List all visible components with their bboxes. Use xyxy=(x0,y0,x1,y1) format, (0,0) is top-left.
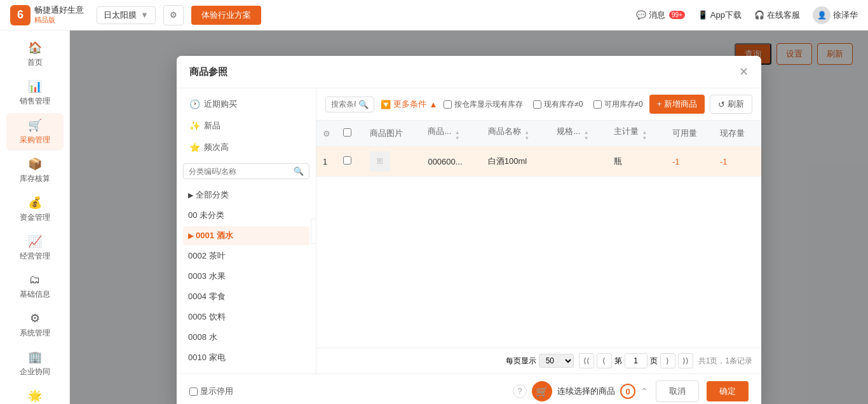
checkbox-by-warehouse[interactable]: 按仓库显示现有库存 xyxy=(444,99,523,110)
sidebar-item-enterprise[interactable]: 🏢 企业协同 xyxy=(6,345,64,382)
frequent-icon: ⭐ xyxy=(189,142,200,152)
category-search-input[interactable] xyxy=(189,167,291,176)
cat-item-0010[interactable]: 0010 家电 xyxy=(183,348,309,367)
sidebar-item-label: 销售管理 xyxy=(20,96,50,107)
online-service-item[interactable]: 🎧 在线客服 xyxy=(754,10,800,21)
tab-recent[interactable]: 🕐 近期购买 xyxy=(183,95,309,114)
product-search-box: 🔍 xyxy=(325,97,374,112)
app-download-item[interactable]: 📱 App下载 xyxy=(698,10,742,21)
sidebar-item-label: 库存核算 xyxy=(20,173,50,184)
sidebar-item-operations[interactable]: 📈 经营管理 xyxy=(6,229,64,267)
phone-icon: 📱 xyxy=(698,10,708,20)
cat-item-0005[interactable]: 0005 饮料 xyxy=(183,307,309,327)
cat-item-00[interactable]: 00 未分类 xyxy=(183,206,309,225)
row-stock: -1 xyxy=(714,147,761,177)
product-search-input[interactable] xyxy=(331,100,356,109)
prev-page-button[interactable]: ⟨ xyxy=(597,353,612,368)
first-page-button[interactable]: ⟨⟨ xyxy=(579,353,594,368)
col-spec[interactable]: 规格... ▲▼ xyxy=(550,121,607,147)
new-icon: ✨ xyxy=(189,121,200,131)
product-table: ⚙ 商品图片 商品... ▲▼ 商品名称 ▲▼ xyxy=(316,121,761,177)
enterprise-icon: 🏢 xyxy=(28,350,42,364)
category-list: ▶ 全部分类 00 未分类 ▶ 0001 酒水 0002 茶叶 xyxy=(183,185,309,367)
sidebar-item-basic[interactable]: 🗂 基础信息 xyxy=(6,268,64,305)
col-image: 商品图片 xyxy=(363,121,421,147)
col-name[interactable]: 商品名称 ▲▼ xyxy=(482,121,551,147)
table-row[interactable]: 1 图 000600... 白酒100ml 瓶 -1 xyxy=(316,147,761,177)
tab-new[interactable]: ✨ 新品 xyxy=(183,116,309,135)
cart-label: 连续选择的商品 xyxy=(557,386,615,397)
collapse-left-button[interactable]: 《 xyxy=(311,219,316,244)
col-unit[interactable]: 主计量 ▲▼ xyxy=(607,121,666,147)
left-tabs: 🕐 近期购买 ✨ 新品 ⭐ 频次高 xyxy=(183,95,309,157)
sidebar-item-purchase[interactable]: 🛒 采购管理 xyxy=(6,113,64,151)
next-page-button[interactable]: ⟩ xyxy=(660,353,675,368)
modal-close-button[interactable]: ✕ xyxy=(739,65,749,79)
cat-item-0001[interactable]: ▶ 0001 酒水 xyxy=(183,226,309,245)
help-icon[interactable]: ? xyxy=(513,384,527,398)
cat-item-0003[interactable]: 0003 水果 xyxy=(183,267,309,286)
headset-icon: 🎧 xyxy=(754,10,764,20)
messages-badge: 99+ xyxy=(669,11,685,19)
tab-frequent[interactable]: ⭐ 频次高 xyxy=(183,138,309,157)
sidebar-item-label: 采购管理 xyxy=(20,135,50,145)
modal-footer: 显示停用 ? 🛒 连续选择的商品 0 ⌃ 取消 确定 xyxy=(177,374,761,404)
modal-body: 🕐 近期购买 ✨ 新品 ⭐ 频次高 《 xyxy=(177,88,761,374)
more-filter-button[interactable]: 🔽 更多条件 ▲ xyxy=(381,98,437,110)
company-dropdown[interactable]: 日太阳膜 ▼ xyxy=(97,6,156,24)
search-icon: 🔍 xyxy=(358,100,369,109)
row-name: 白酒100ml xyxy=(482,147,551,177)
pagination: 每页显示 10 20 50 100 ⟨⟨ ⟨ 第 xyxy=(316,347,761,374)
sidebar-item-label: 系统管理 xyxy=(20,328,50,339)
logo: 6 畅捷通好生意 精品版 xyxy=(10,5,84,25)
cart-count: 0 xyxy=(620,384,635,399)
user-item[interactable]: 👤 徐泽华 xyxy=(813,6,858,24)
messages-item[interactable]: 💬 消息 99+ xyxy=(636,10,685,21)
col-check xyxy=(337,121,363,147)
sidebar-item-label: 首页 xyxy=(27,57,43,68)
sidebar: 🏠 首页 📊 销售管理 🛒 采购管理 📦 库存核算 💰 资金管理 📈 经营管理 … xyxy=(0,30,70,404)
collapse-cart-button[interactable]: ⌃ xyxy=(641,386,648,396)
row-code: 000600... xyxy=(421,147,481,177)
cart-area: ? 🛒 连续选择的商品 0 ⌃ xyxy=(513,381,648,401)
col-gear[interactable]: ⚙ xyxy=(316,121,337,147)
per-page-select[interactable]: 10 20 50 100 xyxy=(539,354,574,368)
row-check[interactable] xyxy=(337,147,363,177)
checkbox-stock-ne0[interactable]: 现有库存≠0 xyxy=(533,99,583,110)
per-page-selector: 每页显示 10 20 50 100 xyxy=(506,354,574,368)
add-product-button[interactable]: + 新增商品 xyxy=(649,95,705,114)
sidebar-item-home[interactable]: 🏠 首页 xyxy=(6,36,64,73)
settings-icon[interactable]: ⚙ xyxy=(163,5,184,25)
modal-right-panel: 🔍 🔽 更多条件 ▲ 按仓库显示现有库存 xyxy=(316,88,761,374)
refresh-table-button[interactable]: ↺ 刷新 xyxy=(710,95,752,114)
show-disabled-checkbox[interactable]: 显示停用 xyxy=(189,386,233,397)
page-number-input[interactable] xyxy=(625,353,648,368)
col-available[interactable]: 可用量 xyxy=(666,121,714,147)
home-icon: 🏠 xyxy=(28,41,42,55)
cat-item-all[interactable]: ▶ 全部分类 xyxy=(183,185,309,205)
cart-icon[interactable]: 🛒 xyxy=(532,381,552,401)
col-stock[interactable]: 现存量 xyxy=(714,121,761,147)
topbar-right: 💬 消息 99+ 📱 App下载 🎧 在线客服 👤 徐泽华 xyxy=(636,6,858,24)
cancel-button[interactable]: 取消 xyxy=(656,380,699,402)
cat-item-0008[interactable]: 0008 水 xyxy=(183,328,309,347)
col-code[interactable]: 商品... ▲▼ xyxy=(421,121,481,147)
product-reference-modal: 商品参照 ✕ 🕐 近期购买 ✨ 新品 xyxy=(177,56,761,404)
cat-item-0004[interactable]: 0004 零食 xyxy=(183,287,309,306)
sidebar-item-guide[interactable]: 🌟 新手引导 xyxy=(6,384,64,404)
trial-button[interactable]: 体验行业方案 xyxy=(191,6,261,25)
avatar: 👤 xyxy=(813,6,831,24)
expand-icon: ▶ xyxy=(188,191,193,199)
main-layout: 🏠 首页 📊 销售管理 🛒 采购管理 📦 库存核算 💰 资金管理 📈 经营管理 … xyxy=(0,30,868,404)
sidebar-item-system[interactable]: ⚙ 系统管理 xyxy=(6,306,64,344)
recent-icon: 🕐 xyxy=(189,99,200,109)
sidebar-item-assets[interactable]: 💰 资金管理 xyxy=(6,191,64,228)
row-image: 图 xyxy=(363,147,421,177)
sidebar-item-sales[interactable]: 📊 销售管理 xyxy=(6,74,64,112)
cat-item-0002[interactable]: 0002 茶叶 xyxy=(183,246,309,266)
sidebar-item-inventory[interactable]: 📦 库存核算 xyxy=(6,152,64,189)
confirm-button[interactable]: 确定 xyxy=(707,381,749,401)
last-page-button[interactable]: ⟩⟩ xyxy=(678,353,693,368)
select-all-checkbox[interactable] xyxy=(343,128,351,137)
checkbox-avail-ne0[interactable]: 可用库存≠0 xyxy=(593,99,643,110)
